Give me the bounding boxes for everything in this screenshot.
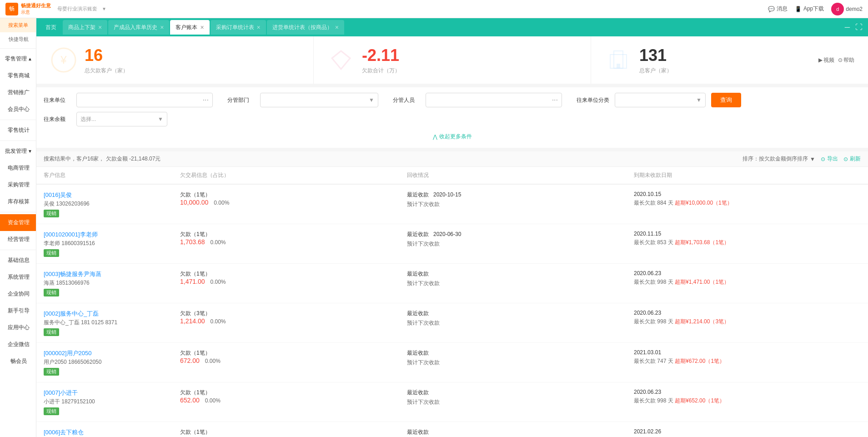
- balance-select[interactable]: 选择... ▼: [76, 112, 167, 126]
- overdue-link-5[interactable]: 超期¥672.00（1笔）: [675, 358, 725, 364]
- tab-minimize-btn[interactable]: ─: [843, 22, 852, 32]
- debt-customer-label: 总欠款客户（家）: [85, 67, 128, 75]
- export-btn[interactable]: ⊙ 导出: [821, 155, 838, 163]
- sidebar-item-operations[interactable]: 经营管理: [0, 231, 36, 248]
- svg-rect-5: [617, 64, 620, 68]
- tab-close-production[interactable]: ×: [160, 24, 164, 30]
- sidebar-item-quicknav[interactable]: 快捷导航: [0, 32, 36, 46]
- tab-purchase[interactable]: 采购订单统计表 ×: [211, 20, 266, 35]
- sidebar-item-retail-mgmt[interactable]: 零售管理▲: [0, 50, 36, 67]
- company-name: 母婴行业演示账套: [57, 5, 97, 12]
- results-actions: 排序：按欠款金额倒序排序 ▼ ⊙ 导出 ⊙ 刷新: [743, 155, 861, 163]
- sidebar-item-member-plus[interactable]: 畅会员: [0, 353, 36, 370]
- tab-customer[interactable]: 客户账本 ×: [170, 20, 209, 35]
- sidebar-item-ecommerce[interactable]: 电商管理: [0, 160, 36, 176]
- tab-close-purchase[interactable]: ×: [257, 24, 261, 30]
- sidebar-item-retail-stats[interactable]: 零售统计: [0, 122, 36, 139]
- overdue-link-3[interactable]: 超期¥1,471.00（1笔）: [675, 279, 729, 285]
- tab-close-customer[interactable]: ×: [200, 24, 204, 30]
- unit-type-label: 往来单位分类: [577, 96, 609, 104]
- tab-close-inbound[interactable]: ×: [335, 24, 339, 30]
- user-avatar-btn[interactable]: d demo2: [831, 3, 863, 15]
- sidebar-search[interactable]: 搜索菜单: [0, 18, 36, 32]
- customer-tag-4: 现销: [44, 328, 59, 336]
- customer-tag-3: 现销: [44, 289, 59, 296]
- dept-select[interactable]: ▼: [260, 93, 378, 107]
- data-table: 客户信息 欠交易信息（占比） 回收情况 到期未收款日期 [0016]吴俊 吴俊 …: [36, 167, 868, 437]
- sidebar-item-retail-mall[interactable]: 零售商城: [0, 67, 36, 84]
- tab-close-products[interactable]: ×: [98, 24, 102, 30]
- sidebar-item-member[interactable]: 会员中心: [0, 101, 36, 118]
- debt-amount-1[interactable]: 10,000.00: [180, 199, 208, 206]
- source-unit-dots: ···: [203, 96, 209, 104]
- recovery-cell-1: 最近收款 2020-10-15 预计下次收款: [407, 191, 634, 208]
- filter-row-2: 往来余额 选择... ▼: [44, 112, 861, 126]
- debt-cell-4: 欠款（3笔） 1,214.00 0.00%: [180, 310, 407, 325]
- sidebar-item-warehouse[interactable]: 库存核算: [0, 193, 36, 210]
- results-header: 搜索结果中，客户16家， 欠款金额 -21,148.07元 排序：按欠款金额倒序…: [36, 151, 868, 167]
- sidebar-item-batch-mgmt[interactable]: 批发管理▼: [0, 143, 36, 160]
- tab-maximize-btn[interactable]: ⛶: [853, 22, 864, 32]
- debt-amount-3[interactable]: 1,471.00: [180, 278, 205, 285]
- collapse-btn[interactable]: ⋀ 收起更多条件: [44, 131, 861, 142]
- sidebar-divider-1: [0, 48, 36, 49]
- dept-arrow-icon: ▼: [369, 97, 374, 103]
- customer-phone-6: 小进干 18279152100: [44, 398, 180, 406]
- due-date-cell-1: 2020.10.15 最长欠款 884 天 超期¥10,000.00（1笔）: [634, 191, 861, 207]
- debt-percent-2: 0.00%: [211, 239, 226, 246]
- customer-name-3[interactable]: [0003]畅捷服务尹海蒸: [44, 270, 180, 278]
- yuan-icon: ¥: [50, 46, 77, 74]
- overdue-link-6[interactable]: 超期¥652.00（1笔）: [675, 397, 725, 404]
- refresh-btn[interactable]: ⊙ 刷新: [843, 155, 861, 163]
- customer-name-4[interactable]: [0002]服务中心_丁磊: [44, 310, 180, 318]
- sidebar-item-app-center[interactable]: 应用中心: [0, 319, 36, 336]
- debt-amount-5[interactable]: 672.00: [180, 357, 200, 364]
- sidebar-item-enterprise-wechat[interactable]: 企业微信: [0, 336, 36, 353]
- sort-arrow-icon: ▼: [810, 156, 815, 162]
- help-btn[interactable]: ⊙ 帮助: [838, 56, 854, 64]
- overdue-link-2[interactable]: 超期¥1,703.68（1笔）: [675, 239, 729, 246]
- tab-inbound[interactable]: 进货单统计表（按商品） ×: [267, 20, 344, 35]
- debt-cell-1: 欠款（1笔） 10,000.00 0.00%: [180, 191, 407, 206]
- app-download-btn[interactable]: 📱 App下载: [795, 5, 824, 13]
- tab-home[interactable]: 首页: [40, 20, 62, 35]
- sidebar-divider-4: [0, 212, 36, 212]
- collapse-icon: ⋀: [433, 134, 437, 140]
- customer-cell-6: [0007]小进干 小进干 18279152100 现销: [44, 389, 180, 415]
- video-btn[interactable]: ▶ 视频: [818, 56, 834, 64]
- sidebar-item-basic-info[interactable]: 基础信息: [0, 252, 36, 269]
- debt-cell-6: 欠款（1笔） 652.00 0.00%: [180, 389, 407, 404]
- customer-name-6[interactable]: [0007]小进干: [44, 389, 180, 397]
- source-unit-input[interactable]: ···: [76, 93, 213, 107]
- manager-input[interactable]: ···: [426, 93, 562, 107]
- sort-selector[interactable]: 排序：按欠款金额倒序排序 ▼: [743, 155, 815, 163]
- debt-amount-6[interactable]: 652.00: [180, 397, 200, 404]
- debt-amount-2[interactable]: 1,703.68: [180, 238, 205, 246]
- debt-cell-2: 欠款（1笔） 1,703.68 0.00%: [180, 231, 407, 246]
- debt-percent-6: 0.00%: [205, 397, 221, 404]
- sidebar-item-enterprise[interactable]: 企业协同: [0, 286, 36, 302]
- sidebar-item-system[interactable]: 系统管理: [0, 269, 36, 286]
- customer-name-2[interactable]: [0001020001]李老师: [44, 231, 180, 239]
- sidebar-item-marketing[interactable]: 营销推广: [0, 84, 36, 101]
- unit-type-select[interactable]: ▼: [615, 93, 706, 107]
- tab-production[interactable]: 产成品入库单历史 ×: [108, 20, 169, 35]
- due-date-cell-6: 2020.06.23 最长欠款 998 天 超期¥652.00（1笔）: [634, 389, 861, 405]
- customer-name-1[interactable]: [0016]吴俊: [44, 191, 180, 199]
- sidebar-item-new-guide[interactable]: 新手引导: [0, 302, 36, 319]
- debt-amount-4[interactable]: 1,214.00: [180, 317, 205, 325]
- customer-phone-1: 吴俊 13026203696: [44, 200, 180, 208]
- overdue-link-1[interactable]: 超期¥10,000.00（1笔）: [675, 200, 733, 206]
- customer-name-5[interactable]: [000002]用户2050: [44, 349, 180, 357]
- sidebar-item-purchase[interactable]: 采购管理: [0, 176, 36, 193]
- due-date-cell-2: 2020.11.15 最长欠款 853 天 超期¥1,703.68（1笔）: [634, 231, 861, 246]
- sidebar-item-finance[interactable]: 资金管理: [0, 214, 36, 231]
- customer-name-7[interactable]: [0006]去下粮仓: [44, 428, 180, 437]
- sidebar-divider-2: [0, 120, 36, 120]
- overdue-link-4[interactable]: 超期¥1,214.00（3笔）: [675, 318, 729, 325]
- col-due-date: 到期未收款日期: [634, 171, 861, 179]
- sidebar: 搜索菜单 快捷导航 零售管理▲ 零售商城 营销推广 会员中心 零售统计 批发管理…: [0, 18, 36, 437]
- query-button[interactable]: 查询: [711, 93, 741, 107]
- message-btn[interactable]: 💬 消息: [768, 5, 788, 13]
- tab-products[interactable]: 商品上下架 ×: [63, 20, 107, 35]
